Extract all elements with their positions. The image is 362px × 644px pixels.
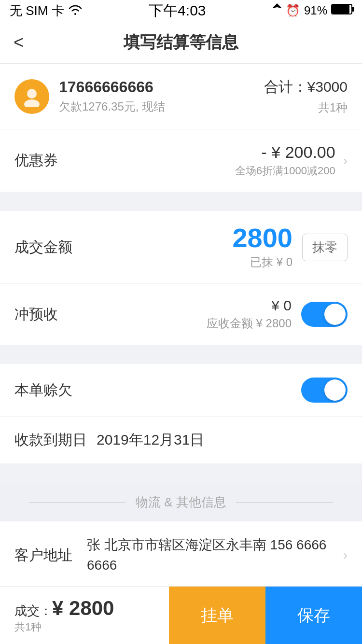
bottom-deal-line: 成交：¥ 2800 bbox=[14, 597, 169, 620]
credit-toggle-thumb bbox=[324, 379, 346, 401]
location-icon bbox=[272, 3, 282, 18]
deal-amount-row: 成交金额 2800 已抹 ¥ 0 抹零 bbox=[0, 211, 362, 283]
address-value: 张 北京市市辖区海淀区永丰南 156 6666 6666 bbox=[87, 535, 343, 575]
customer-phone: 17666666666 bbox=[59, 78, 165, 96]
customer-info: 17666666666 欠款1276.35元, 现结 bbox=[59, 78, 165, 114]
coupon-right: - ¥ 200.00 全场6折满1000减200 › bbox=[235, 143, 348, 178]
back-button[interactable]: < bbox=[14, 32, 24, 53]
status-bar: 无 SIM 卡 下午4:03 ⏰ 91% bbox=[0, 0, 362, 21]
section-divider-1 bbox=[0, 201, 362, 211]
avatar bbox=[14, 79, 49, 114]
total-amount: 合计：¥3000 bbox=[264, 77, 348, 97]
deal-card: 成交金额 2800 已抹 ¥ 0 抹零 冲预收 ¥ 0 应收金额 ¥ 2800 bbox=[0, 211, 362, 345]
round-zero-button[interactable]: 抹零 bbox=[302, 234, 348, 261]
bottom-bar: 成交：¥ 2800 共1种 挂单 保存 bbox=[0, 586, 362, 644]
address-row[interactable]: 客户地址 张 北京市市辖区海淀区永丰南 156 6666 6666 › bbox=[0, 521, 362, 589]
svg-point-1 bbox=[24, 99, 40, 107]
toggle-thumb bbox=[324, 304, 346, 325]
section-divider-2 bbox=[0, 354, 362, 364]
customer-total: 合计：¥3000 共1种 bbox=[264, 77, 348, 115]
credit-row: 本单赊欠 bbox=[0, 364, 362, 416]
bottom-deal-amount: ¥ 2800 bbox=[52, 597, 114, 619]
customer-left: 17666666666 欠款1276.35元, 现结 bbox=[14, 78, 165, 114]
coupon-desc: 全场6折满1000减200 bbox=[235, 164, 335, 178]
status-right: ⏰ 91% bbox=[272, 3, 352, 18]
alarm-icon: ⏰ bbox=[286, 4, 300, 17]
logistics-header-text: 物流 & 其他信息 bbox=[126, 494, 236, 511]
advance-amount: ¥ 0 bbox=[207, 297, 292, 314]
advance-toggle[interactable] bbox=[301, 302, 348, 327]
advance-right: ¥ 0 应收金额 ¥ 2800 bbox=[207, 297, 348, 331]
hang-button[interactable]: 挂单 bbox=[169, 587, 265, 644]
logistics-header: 物流 & 其他信息 bbox=[0, 483, 362, 521]
due-date-label: 收款到期日 bbox=[14, 430, 87, 450]
save-button[interactable]: 保存 bbox=[265, 587, 362, 644]
svg-point-0 bbox=[27, 89, 37, 98]
credit-card: 本单赊欠 收款到期日 2019年12月31日 bbox=[0, 364, 362, 463]
advance-row: 冲预收 ¥ 0 应收金额 ¥ 2800 bbox=[0, 283, 362, 345]
page-header: < 填写结算等信息 bbox=[0, 21, 362, 64]
section-divider-3 bbox=[0, 473, 362, 483]
coupon-value: - ¥ 200.00 bbox=[235, 143, 335, 162]
due-date-value: 2019年12月31日 bbox=[97, 430, 204, 450]
coupon-value-block: - ¥ 200.00 全场6折满1000减200 bbox=[235, 143, 335, 178]
deal-amount-label: 成交金额 bbox=[14, 238, 72, 257]
battery-icon bbox=[331, 4, 352, 17]
credit-label: 本单赊欠 bbox=[14, 380, 72, 400]
advance-receivable: 应收金额 ¥ 2800 bbox=[207, 316, 292, 331]
total-count: 共1种 bbox=[264, 100, 348, 115]
chevron-right-icon: › bbox=[343, 153, 348, 168]
bottom-summary: 成交：¥ 2800 共1种 bbox=[0, 587, 169, 644]
customer-row: 17666666666 欠款1276.35元, 现结 合计：¥3000 共1种 bbox=[0, 64, 362, 129]
battery-text: 91% bbox=[304, 4, 327, 17]
bottom-deal-label: 成交： bbox=[14, 603, 52, 618]
coupon-label: 优惠券 bbox=[14, 151, 58, 170]
status-left: 无 SIM 卡 bbox=[10, 2, 83, 19]
deal-rubbed: 已抹 ¥ 0 bbox=[232, 254, 292, 270]
coupon-row[interactable]: 优惠券 - ¥ 200.00 全场6折满1000减200 › bbox=[0, 129, 362, 192]
credit-toggle[interactable] bbox=[301, 378, 348, 403]
advance-label: 冲预收 bbox=[14, 305, 58, 324]
bottom-count: 共1种 bbox=[14, 620, 169, 634]
due-date-row: 收款到期日 2019年12月31日 bbox=[0, 416, 362, 463]
main-content: 17666666666 欠款1276.35元, 现结 合计：¥3000 共1种 … bbox=[0, 64, 362, 644]
customer-card: 17666666666 欠款1276.35元, 现结 合计：¥3000 共1种 … bbox=[0, 64, 362, 192]
deal-amount-value: 2800 bbox=[232, 224, 292, 252]
page-title: 填写结算等信息 bbox=[124, 31, 238, 54]
customer-debt: 欠款1276.35元, 现结 bbox=[59, 99, 165, 114]
deal-amount-block: 2800 已抹 ¥ 0 bbox=[232, 224, 292, 270]
advance-amount-block: ¥ 0 应收金额 ¥ 2800 bbox=[207, 297, 292, 331]
wifi-icon bbox=[68, 3, 83, 18]
deal-right: 2800 已抹 ¥ 0 抹零 bbox=[232, 224, 348, 270]
address-label: 客户地址 bbox=[14, 546, 72, 565]
address-chevron-icon: › bbox=[343, 547, 348, 563]
status-time: 下午4:03 bbox=[149, 1, 206, 21]
carrier-text: 无 SIM 卡 bbox=[10, 2, 64, 19]
